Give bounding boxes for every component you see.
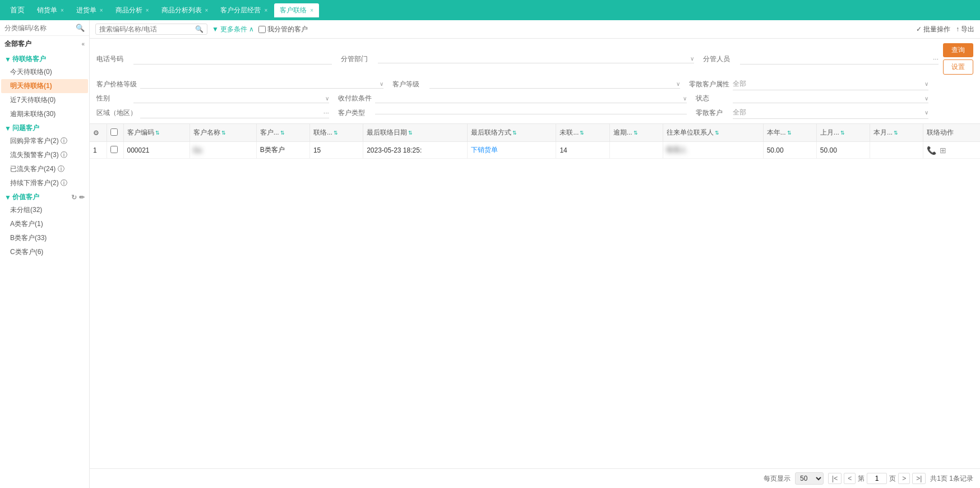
value-grade-select[interactable]: ∨: [140, 80, 383, 89]
nav-item-purchase[interactable]: 进货单 ×: [71, 3, 109, 17]
first-page-btn[interactable]: |<: [828, 473, 842, 484]
sidebar-search-input[interactable]: [4, 24, 73, 32]
th-last-method: 最后联络方式⇅: [467, 124, 556, 142]
sidebar-item-churn-warning[interactable]: 流失预警客户(3) ⓘ: [1, 148, 88, 162]
th-type: 客户...⇅: [256, 124, 309, 142]
filter-customer-grade: 客户等级 ∨: [392, 80, 679, 89]
nav-item-sales[interactable]: 销货单 ×: [31, 3, 70, 17]
status-chevron: ∨: [924, 95, 928, 102]
refresh-icon[interactable]: ↻: [71, 194, 77, 201]
nav-close-customer-tier[interactable]: ×: [264, 7, 267, 13]
sidebar-group-value: ▼价值客户 ↻ ✏: [0, 190, 89, 203]
search-submit-icon[interactable]: 🔍: [195, 25, 204, 33]
last-page-btn[interactable]: >|: [912, 473, 926, 484]
settings-cog-icon[interactable]: ⚙: [93, 129, 99, 137]
th-this-month: 本月...⇅: [870, 124, 923, 142]
sidebar-item-7days[interactable]: 近7天待联络(0): [1, 93, 88, 107]
customer-grade-select[interactable]: ∨: [429, 80, 679, 89]
sidebar-item-declining[interactable]: 持续下滑客户(2) ⓘ: [1, 176, 88, 190]
footer: 每页显示 50 100 200 |< < 第 页 > >| 共1页 1条记录: [90, 468, 980, 488]
person-select[interactable]: [740, 54, 939, 65]
sidebar-item-tomorrow[interactable]: 明天待联络(1): [1, 79, 88, 93]
phone-input[interactable]: [133, 54, 332, 65]
region-select[interactable]: [140, 108, 329, 118]
th-contact-count: 联络...⇅: [309, 124, 363, 142]
sidebar-item-class-b[interactable]: B类客户(33): [1, 231, 88, 245]
filter-status: 状态 ∨: [696, 94, 928, 103]
sidebar-item-today[interactable]: 今天待联络(0): [1, 65, 88, 79]
grid-action-icon[interactable]: ⊞: [940, 146, 946, 155]
dept-select[interactable]: ∨: [378, 54, 694, 63]
select-all-checkbox[interactable]: [110, 128, 118, 136]
td-this-year: 50.00: [763, 142, 816, 159]
person-dots: [933, 55, 939, 63]
sidebar-search-icon[interactable]: 🔍: [76, 24, 85, 32]
settings-button[interactable]: 设置: [943, 59, 973, 75]
main-layout: 🔍 全部客户 « ▼待联络客户 今天待联络(0) 明天待联络(1) 近7天待联络…: [0, 20, 980, 488]
search-input[interactable]: [99, 25, 195, 33]
my-customers-checkbox[interactable]: 我分管的客户: [258, 25, 308, 34]
row-checkbox[interactable]: [110, 146, 118, 153]
per-page-label: 每页显示: [764, 474, 791, 484]
page-input[interactable]: [867, 473, 887, 484]
nav-item-product-list[interactable]: 商品分析列表 ×: [156, 3, 214, 17]
filter-actions: 查询 设置: [943, 43, 973, 75]
sidebar-search-area: 🔍: [0, 20, 89, 36]
th-settings: ⚙: [90, 124, 107, 142]
batch-op-btn[interactable]: ✓ 批量操作: [916, 25, 950, 34]
vg-chevron: ∨: [380, 81, 383, 87]
more-conditions-btn[interactable]: ▼ 更多条件 ∧: [212, 25, 254, 34]
phone-action-icon[interactable]: 📞: [927, 146, 936, 155]
status-select[interactable]: ∨: [733, 94, 928, 103]
sort-overdue-icon: ⇅: [634, 130, 638, 136]
retail-customer-select[interactable]: 全部 ∨: [733, 107, 928, 119]
row-actions-container: 📞 ⊞: [927, 146, 977, 155]
nav-home[interactable]: 首页: [4, 3, 30, 17]
td-contact-count: 15: [309, 142, 363, 159]
gender-select[interactable]: ∨: [133, 94, 329, 103]
nav-close-product-analysis[interactable]: ×: [146, 7, 149, 13]
nav-item-customer-tier[interactable]: 客户分层经营 ×: [215, 3, 273, 17]
sidebar-item-class-a[interactable]: A类客户(1): [1, 217, 88, 231]
th-code: 客户编码⇅: [123, 124, 190, 142]
retail-attr-select[interactable]: 全部 ∨: [733, 78, 928, 90]
sidebar-item-overdue[interactable]: 逾期未联络(30): [1, 107, 88, 121]
my-customers-check[interactable]: [258, 26, 266, 33]
page-size-select[interactable]: 50 100 200: [795, 472, 824, 485]
filter-region: 区域（地区）: [96, 108, 329, 118]
filter-retail-attr: 零散客户属性 全部 ∨: [689, 78, 928, 90]
ra-chevron: ∨: [924, 81, 928, 87]
nav-close-purchase[interactable]: ×: [100, 7, 103, 13]
last-method-link[interactable]: 下销货单: [471, 146, 498, 154]
nav-close-product-list[interactable]: ×: [205, 7, 209, 13]
query-button[interactable]: 查询: [943, 43, 973, 57]
td-code: 000021: [123, 142, 190, 159]
customer-type-select[interactable]: [375, 112, 687, 114]
th-last-date: 最后联络日期⇅: [363, 124, 468, 142]
sort-un-icon: ⇅: [580, 130, 584, 136]
page-label: 第: [858, 474, 865, 484]
sidebar-all-customers[interactable]: 全部客户 «: [0, 36, 89, 52]
nav-close-sales[interactable]: ×: [61, 7, 64, 13]
td-this-month: [870, 142, 923, 159]
sidebar-item-churned[interactable]: 已流失客户(24) ⓘ: [1, 162, 88, 176]
chevron-icon: ∧: [249, 25, 254, 33]
td-last-method: 下销货单: [467, 142, 556, 159]
export-icon: ↑: [956, 25, 959, 33]
sidebar-item-ungrouped[interactable]: 未分组(32): [1, 203, 88, 217]
next-page-btn[interactable]: >: [898, 473, 910, 484]
nav-item-customer-contact[interactable]: 客户联络 ×: [274, 3, 319, 17]
nav-item-product-analysis[interactable]: 商品分析 ×: [110, 3, 155, 17]
export-btn[interactable]: ↑ 导出: [956, 25, 974, 34]
nav-close-customer-contact[interactable]: ×: [310, 7, 313, 13]
sidebar-item-class-c[interactable]: C类客户(6): [1, 245, 88, 259]
sort-contact-icon: ⇅: [334, 130, 338, 136]
sort-unit-icon: ⇅: [715, 130, 719, 136]
th-this-year: 本年...⇅: [763, 124, 816, 142]
filter-row-1: 电话号码 分管部门 ∨ 分管人员: [96, 43, 973, 75]
sidebar-item-repurchase-anomaly[interactable]: 回购异常客户(2) ⓘ: [1, 134, 88, 148]
edit-icon[interactable]: ✏: [79, 194, 85, 201]
sort-lmonth-icon: ⇅: [840, 130, 845, 136]
prev-page-btn[interactable]: <: [844, 473, 856, 484]
payment-select[interactable]: ∨: [375, 94, 687, 103]
